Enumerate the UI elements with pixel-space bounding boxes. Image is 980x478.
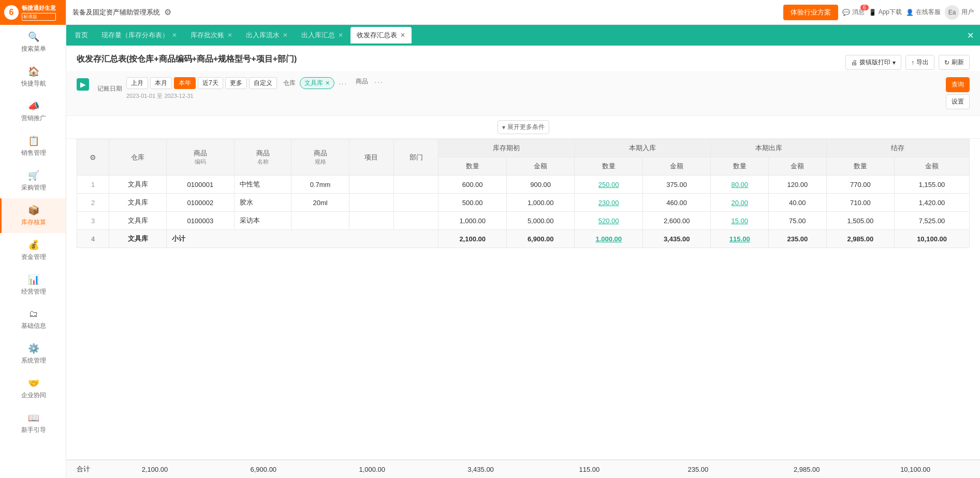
- date-btn-this-year[interactable]: 本年: [174, 77, 196, 89]
- sidebar-logo: 6 畅捷通好生意 标准版: [0, 0, 66, 25]
- sidebar-item-operation[interactable]: 📊 经营管理: [0, 268, 66, 302]
- total-balance-amt: 10,100.00: [861, 466, 970, 473]
- user-avatar: Ea: [945, 5, 959, 20]
- warehouse-tag-group: 文具库 ✕ ···: [300, 77, 350, 89]
- row1-opening-qty: 600.00: [438, 176, 507, 194]
- sidebar-item-inventory[interactable]: 📦 库存核算: [0, 198, 66, 233]
- tab-close-recv-send-summary[interactable]: ✕: [400, 32, 405, 39]
- row2-in-amt: 460.00: [642, 194, 711, 212]
- refresh-btn[interactable]: ↻ 刷新: [939, 55, 970, 70]
- date-btn-more[interactable]: 更多: [225, 77, 247, 89]
- date-btn-custom[interactable]: 自定义: [249, 77, 277, 89]
- row2-balance-qty: 710.00: [826, 194, 895, 212]
- sidebar-item-enterprise[interactable]: 🤝 企业协同: [0, 371, 66, 406]
- warehouse-filter-group: 仓库 文具库 ✕ ···: [283, 77, 350, 89]
- sidebar-item-quick-nav[interactable]: 🏠 快捷导航: [0, 60, 66, 94]
- subtotal-opening-qty: 2,100.00: [438, 230, 507, 248]
- row1-balance-amt: 1,155.00: [895, 176, 970, 194]
- row2-goods-code: 0100002: [166, 194, 235, 212]
- topbar-messages[interactable]: 💬 消息 6: [842, 8, 865, 17]
- print-btn[interactable]: 🖨 拨镇版打印 ▾: [845, 55, 901, 70]
- th-group-in: 本期入库: [575, 139, 711, 157]
- date-btn-this-month[interactable]: 本月: [150, 77, 172, 89]
- topbar-app-download[interactable]: 📱 App下载: [869, 8, 902, 17]
- topbar-online-service[interactable]: 👤 在线客服: [906, 8, 941, 17]
- goods-ellipsis[interactable]: ···: [372, 78, 386, 86]
- tab-in-out-summary[interactable]: 出入库汇总 ✕: [295, 27, 349, 44]
- total-balance-qty: 2,985.00: [752, 466, 861, 473]
- purchase-icon: 🛒: [28, 170, 39, 181]
- warehouse-filter-label: 仓库: [283, 79, 296, 88]
- row3-balance-amt: 7,525.00: [895, 212, 970, 230]
- tab-close-in-out-summary[interactable]: ✕: [338, 32, 343, 39]
- row3-goods-name: 采访本: [235, 212, 291, 230]
- export-icon: ↑: [911, 59, 914, 66]
- row-num-2: 2: [77, 194, 109, 212]
- service-icon: 👤: [906, 9, 914, 16]
- row2-department: [394, 194, 438, 212]
- tab-close-in-out-flow[interactable]: ✕: [283, 32, 288, 39]
- total-out-amt: 235.00: [643, 466, 752, 473]
- settings-gear-icon[interactable]: ⚙: [164, 7, 171, 17]
- tab-recv-send-summary[interactable]: 收发存汇总表 ✕: [350, 27, 412, 44]
- home-icon: 🏠: [28, 66, 39, 77]
- tab-home[interactable]: 首页: [68, 31, 94, 40]
- sidebar-item-system[interactable]: ⚙️ 系统管理: [0, 337, 66, 371]
- topbar-user[interactable]: Ea 用户: [945, 5, 974, 20]
- th-department: 部门: [394, 139, 438, 176]
- row2-out-qty[interactable]: 20.00: [711, 194, 769, 212]
- trial-btn[interactable]: 体验行业方案: [783, 5, 838, 20]
- sidebar-item-sales[interactable]: 📋 销售管理: [0, 129, 66, 164]
- tab-in-out-flow[interactable]: 出入库流水 ✕: [240, 27, 294, 44]
- row3-out-amt: 75.00: [769, 212, 827, 230]
- sidebar-item-finance[interactable]: 💰 资金管理: [0, 233, 66, 268]
- sidebar-item-search[interactable]: 🔍 搜索菜单: [0, 25, 66, 60]
- tab-close-inventory-dist[interactable]: ✕: [172, 32, 177, 39]
- refresh-icon: ↻: [944, 59, 949, 66]
- row2-warehouse: 文具库: [109, 194, 166, 212]
- expand-conditions-btn[interactable]: ▾ 展开更多条件: [498, 120, 549, 134]
- row2-in-qty[interactable]: 230.00: [575, 194, 643, 212]
- subtotal-in-qty[interactable]: 1,000.00: [575, 230, 643, 248]
- sidebar-item-marketing[interactable]: 📣 营销推广: [0, 94, 66, 129]
- date-btn-last-month[interactable]: 上月: [126, 77, 148, 89]
- date-filter-label: 记账日期: [97, 84, 122, 93]
- system-icon: ⚙️: [28, 343, 39, 354]
- sidebar-item-guide[interactable]: 📖 新手引导: [0, 406, 66, 441]
- guide-icon: 📖: [28, 412, 39, 424]
- subtotal-out-amt: 235.00: [769, 230, 827, 248]
- page-content: 收发存汇总表(按仓库+商品编码+商品+规格型号+项目+部门) 🖨 拨镇版打印 ▾…: [66, 46, 980, 459]
- th-settings[interactable]: ⚙: [77, 139, 109, 176]
- filter-toggle-btn[interactable]: ▶: [77, 78, 89, 91]
- export-btn[interactable]: ↑ 导出: [905, 55, 934, 70]
- warehouse-tag-close-btn[interactable]: ✕: [325, 80, 330, 86]
- date-btn-7days[interactable]: 近7天: [198, 77, 223, 89]
- tab-inventory-dist[interactable]: 现存量（库存分布表） ✕: [95, 27, 183, 44]
- subtotal-balance-qty: 2,985.00: [826, 230, 895, 248]
- row3-in-qty[interactable]: 520.00: [575, 212, 643, 230]
- expand-conditions-row: ▾ 展开更多条件: [66, 116, 980, 139]
- subtotal-label: 小计: [166, 230, 438, 248]
- query-btn[interactable]: 查询: [946, 77, 970, 92]
- row3-out-qty[interactable]: 15.00: [711, 212, 769, 230]
- topbar: 装备及固定资产辅助管理系统 ⚙ 体验行业方案 💬 消息 6 📱 App下载 👤 …: [66, 0, 980, 25]
- th-balance-amt: 金额: [895, 157, 970, 176]
- row1-in-qty[interactable]: 250.00: [575, 176, 643, 194]
- th-opening-qty: 数量: [438, 157, 507, 176]
- settings-filter-btn[interactable]: 设置: [946, 94, 970, 109]
- row2-opening-qty: 500.00: [438, 194, 507, 212]
- warehouse-tag: 文具库 ✕: [300, 77, 334, 89]
- subtotal-out-qty[interactable]: 115.00: [711, 230, 769, 248]
- warehouse-ellipsis[interactable]: ···: [337, 79, 350, 88]
- sidebar-item-purchase[interactable]: 🛒 采购管理: [0, 164, 66, 198]
- column-settings-icon[interactable]: ⚙: [90, 153, 96, 162]
- row1-out-qty[interactable]: 80.00: [711, 176, 769, 194]
- logo-icon: 6: [4, 5, 19, 20]
- sidebar-item-basic-info[interactable]: 🗂 基础信息: [0, 302, 66, 337]
- tab-close-batch-ledger[interactable]: ✕: [227, 32, 232, 39]
- tab-batch-ledger[interactable]: 库存批次账 ✕: [184, 27, 239, 44]
- close-all-tabs-btn[interactable]: ✕: [963, 31, 978, 40]
- th-group-opening: 库存期初: [438, 139, 575, 157]
- row1-opening-amt: 900.00: [506, 176, 575, 194]
- table-row: 1 文具库 0100001 中性笔 0.7mm 600.00 900.00 25…: [77, 176, 970, 194]
